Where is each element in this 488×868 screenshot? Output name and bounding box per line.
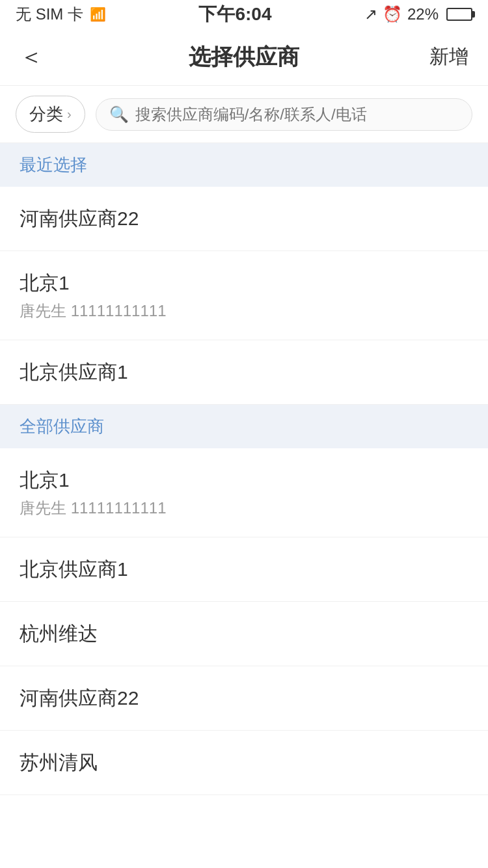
list-item[interactable]: 河南供应商22 bbox=[0, 666, 488, 731]
list-item[interactable]: 北京1 唐先生 11111111111 bbox=[0, 251, 488, 340]
filter-bar: 分类 › 🔍 bbox=[0, 86, 488, 143]
item-name: 北京供应商1 bbox=[20, 556, 468, 583]
location-icon: ↗ bbox=[364, 5, 377, 23]
status-right: ↗ ⏰ 22% bbox=[364, 5, 472, 23]
add-button[interactable]: 新增 bbox=[429, 44, 468, 70]
list-item[interactable]: 北京1 唐先生 11111111111 bbox=[0, 448, 488, 537]
search-input[interactable] bbox=[135, 105, 459, 124]
search-box[interactable]: 🔍 bbox=[96, 98, 472, 131]
item-sub: 唐先生 11111111111 bbox=[20, 498, 468, 519]
recent-list: 河南供应商22 北京1 唐先生 11111111111 北京供应商1 bbox=[0, 187, 488, 405]
item-name: 河南供应商22 bbox=[20, 685, 468, 712]
wifi-icon: 📶 bbox=[90, 7, 106, 22]
item-name: 北京1 bbox=[20, 467, 468, 494]
category-button[interactable]: 分类 › bbox=[16, 96, 85, 133]
sim-label: 无 SIM 卡 bbox=[16, 4, 83, 25]
alarm-icon: ⏰ bbox=[383, 5, 402, 23]
status-time: 下午6:04 bbox=[198, 2, 271, 27]
item-name: 北京1 bbox=[20, 269, 468, 297]
all-section-title: 全部供应商 bbox=[20, 416, 104, 436]
nav-bar: ＜ 选择供应商 新增 bbox=[0, 29, 488, 86]
item-name: 河南供应商22 bbox=[20, 205, 468, 232]
item-name: 苏州清风 bbox=[20, 749, 468, 776]
item-name: 北京供应商1 bbox=[20, 359, 468, 386]
battery-percent: 22% bbox=[407, 5, 439, 23]
status-bar: 无 SIM 卡 📶 下午6:04 ↗ ⏰ 22% bbox=[0, 0, 488, 29]
recent-section-title: 最近选择 bbox=[20, 155, 87, 174]
list-item[interactable]: 杭州维达 bbox=[0, 602, 488, 666]
all-list: 北京1 唐先生 11111111111 北京供应商1 杭州维达 河南供应商22 … bbox=[0, 448, 488, 795]
list-item[interactable]: 苏州清风 bbox=[0, 731, 488, 795]
chevron-right-icon: › bbox=[67, 107, 72, 122]
back-button[interactable]: ＜ bbox=[20, 41, 59, 73]
item-name: 杭州维达 bbox=[20, 620, 468, 647]
page-title: 选择供应商 bbox=[189, 42, 299, 72]
all-section-header: 全部供应商 bbox=[0, 405, 488, 448]
recent-section-header: 最近选择 bbox=[0, 143, 488, 187]
list-item[interactable]: 北京供应商1 bbox=[0, 340, 488, 405]
item-sub: 唐先生 11111111111 bbox=[20, 301, 468, 321]
search-icon: 🔍 bbox=[109, 105, 129, 124]
battery-icon bbox=[446, 8, 472, 21]
status-left: 无 SIM 卡 📶 bbox=[16, 4, 106, 25]
list-item[interactable]: 河南供应商22 bbox=[0, 187, 488, 251]
category-label: 分类 bbox=[29, 103, 63, 126]
list-item[interactable]: 北京供应商1 bbox=[0, 537, 488, 602]
